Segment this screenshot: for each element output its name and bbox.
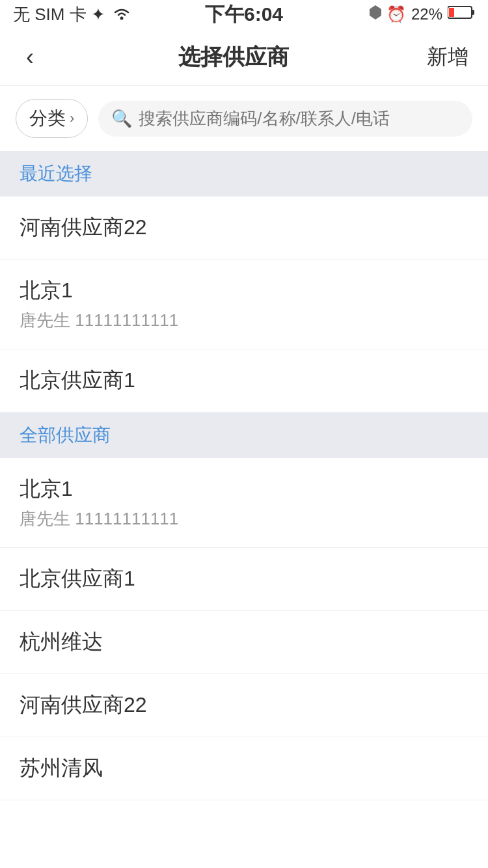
all-section-header: 全部供应商 bbox=[0, 413, 488, 458]
item-name: 北京供应商1 bbox=[20, 366, 468, 395]
item-name: 河南供应商22 bbox=[20, 691, 468, 720]
location-icon bbox=[370, 5, 381, 23]
search-icon: 🔍 bbox=[111, 109, 132, 129]
status-left: 无 SIM 卡 ✦ bbox=[13, 3, 131, 26]
svg-point-0 bbox=[120, 16, 123, 20]
all-section-label: 全部供应商 bbox=[20, 425, 111, 445]
list-item[interactable]: 北京供应商1 bbox=[0, 349, 488, 413]
list-item[interactable]: 北京1唐先生 11111111111 bbox=[0, 260, 488, 349]
alarm-icon: ⏰ bbox=[386, 5, 406, 23]
item-name: 北京1 bbox=[20, 277, 468, 305]
item-sub: 唐先生 11111111111 bbox=[20, 309, 468, 332]
back-button[interactable]: ‹ bbox=[20, 37, 40, 77]
item-sub: 唐先生 11111111111 bbox=[20, 508, 468, 530]
svg-rect-3 bbox=[449, 8, 454, 17]
chevron-right-icon: › bbox=[70, 110, 74, 127]
nav-bar: ‹ 选择供应商 新增 bbox=[0, 29, 488, 86]
page-title: 选择供应商 bbox=[178, 42, 289, 72]
recent-section-header: 最近选择 bbox=[0, 151, 488, 197]
list-item[interactable]: 苏州清风 bbox=[0, 737, 488, 800]
category-button[interactable]: 分类 › bbox=[16, 99, 88, 138]
list-item[interactable]: 杭州维达 bbox=[0, 611, 488, 674]
list-item[interactable]: 河南供应商22 bbox=[0, 674, 488, 737]
item-name: 苏州清风 bbox=[20, 754, 468, 783]
status-time: 下午6:04 bbox=[205, 1, 283, 28]
item-name: 河南供应商22 bbox=[20, 213, 468, 242]
item-name: 北京供应商1 bbox=[20, 565, 468, 593]
battery-icon bbox=[448, 5, 475, 23]
status-bar: 无 SIM 卡 ✦ 下午6:04 ⏰ 22% bbox=[0, 0, 488, 29]
list-item[interactable]: 北京供应商1 bbox=[0, 548, 488, 611]
item-name: 杭州维达 bbox=[20, 628, 468, 657]
wifi-icon bbox=[112, 5, 131, 25]
status-right: ⏰ 22% bbox=[370, 5, 475, 23]
list-item[interactable]: 北京1唐先生 11111111111 bbox=[0, 458, 488, 548]
battery-label: 22% bbox=[411, 5, 442, 23]
recent-items-list: 河南供应商22北京1唐先生 11111111111北京供应商1 bbox=[0, 197, 488, 413]
new-action-button[interactable]: 新增 bbox=[427, 43, 468, 72]
search-box: 🔍 bbox=[98, 101, 472, 137]
search-input[interactable] bbox=[139, 109, 459, 129]
svg-rect-2 bbox=[472, 10, 474, 15]
list-item[interactable]: 河南供应商22 bbox=[0, 197, 488, 260]
filter-bar: 分类 › 🔍 bbox=[0, 86, 488, 151]
all-items-list: 北京1唐先生 11111111111北京供应商1杭州维达河南供应商22苏州清风 bbox=[0, 458, 488, 800]
item-name: 北京1 bbox=[20, 475, 468, 504]
recent-section-label: 最近选择 bbox=[20, 163, 92, 183]
no-sim-label: 无 SIM 卡 ✦ bbox=[13, 3, 105, 26]
category-label: 分类 bbox=[29, 106, 66, 131]
